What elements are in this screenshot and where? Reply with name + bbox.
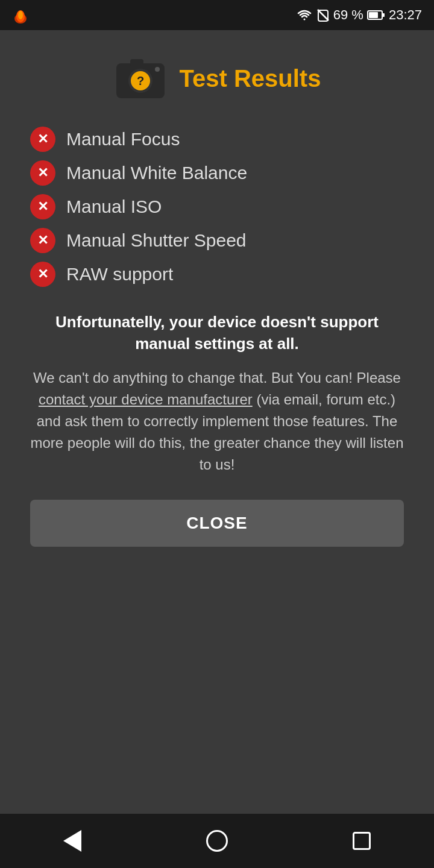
app-logo: ? [113,54,168,102]
recent-button[interactable] [338,817,386,865]
result-label-1: Manual White Balance [66,163,247,183]
warning-title: Unfortunatelly, your device doesn't supp… [30,311,404,355]
warning-message: Unfortunatelly, your device doesn't supp… [30,311,404,476]
fail-icon-4 [30,262,55,287]
fail-icon-3 [30,228,55,253]
result-item-0: Manual Focus [30,127,404,152]
app-title: Test Results [180,65,321,92]
svg-rect-7 [382,13,385,17]
result-label-0: Manual Focus [66,129,180,149]
battery-text: 69 % [333,7,363,23]
back-button[interactable] [48,817,96,865]
result-item-1: Manual White Balance [30,160,404,186]
recent-icon [353,832,371,850]
svg-point-13 [155,67,160,72]
time-text: 23:27 [389,7,422,23]
svg-rect-9 [130,59,143,66]
svg-line-4 [318,10,329,20]
home-icon [206,830,228,852]
warning-body: We can't do anything to change that. But… [30,367,404,476]
main-content: ? Test Results Manual Focus Manual White… [0,30,434,814]
svg-rect-6 [369,12,378,18]
flame-area [12,7,29,24]
wifi-icon [296,8,313,22]
close-button[interactable]: CLOSE [30,500,404,547]
home-button[interactable] [193,817,241,865]
warning-body-part1: We can't do anything to change that. But… [33,370,401,386]
result-item-2: Manual ISO [30,194,404,219]
result-label-4: RAW support [66,264,173,285]
nav-bar [0,814,434,868]
status-icons: 69 % 23:27 [296,7,422,23]
no-sim-icon [316,8,330,22]
app-header: ? Test Results [113,54,321,102]
result-item-4: RAW support [30,262,404,287]
camera-logo-svg: ? [113,54,168,102]
battery-icon [367,9,385,21]
svg-text:?: ? [136,74,143,87]
result-label-3: Manual Shutter Speed [66,230,247,251]
fail-icon-0 [30,127,55,152]
result-item-3: Manual Shutter Speed [30,228,404,253]
status-bar: 69 % 23:27 [0,0,434,30]
fail-icon-2 [30,194,55,219]
results-list: Manual Focus Manual White Balance Manual… [30,127,404,287]
flame-icon [12,7,29,24]
svg-point-2 [18,11,23,19]
result-label-2: Manual ISO [66,197,162,217]
fail-icon-1 [30,160,55,186]
manufacturer-link[interactable]: contact your device manufacturer [39,391,253,407]
back-icon [63,830,81,852]
